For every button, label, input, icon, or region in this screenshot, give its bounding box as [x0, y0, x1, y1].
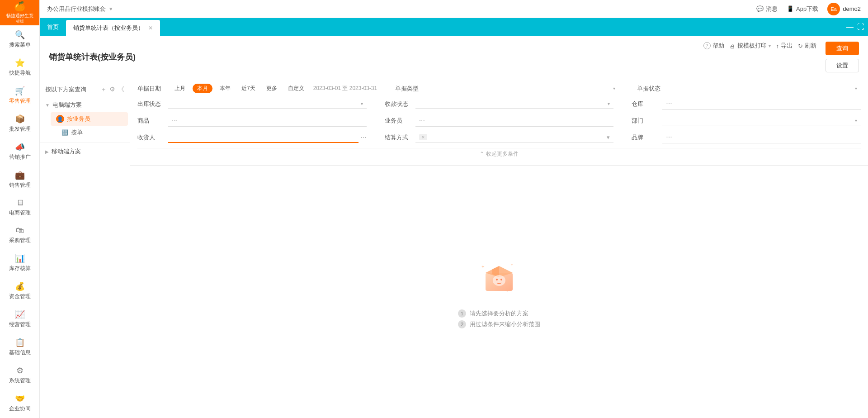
gear-scheme-icon[interactable]: ⚙ [109, 86, 115, 94]
inventory-icon: 📊 [2, 253, 38, 263]
tree-mobile-arrow-icon: ▶ [45, 149, 49, 154]
sidebar-item-operations[interactable]: 📈 经营管理 [0, 305, 40, 333]
sidebar-item-sales[interactable]: 💼 销售管理 [0, 166, 40, 194]
step1-num: 1 [458, 309, 466, 318]
svg-point-4 [496, 279, 498, 280]
receiver-input[interactable] [168, 132, 359, 143]
goods-field[interactable]: ··· [168, 114, 367, 127]
tab-home-label: 首页 [47, 23, 59, 31]
settlement-field: × ▾ [415, 132, 614, 143]
tab-close-icon[interactable]: ✕ [148, 25, 153, 31]
tree-item-by-salesperson[interactable]: 👤 按业务员 [51, 112, 128, 126]
tree-desktop-label[interactable]: ▼ 电脑端方案 [40, 98, 130, 112]
filter-area: 单据日期 上月 本月 本年 近7天 更多 自定义 2023-03-01 至 20… [130, 78, 868, 166]
sidebar-item-inventory[interactable]: 📊 库存核算 [0, 249, 40, 277]
app-download-action[interactable]: 📱 App下载 [787, 5, 818, 13]
brand-dots: ··· [666, 133, 672, 141]
type-select[interactable]: ▾ [426, 84, 619, 93]
account-label: 办公用品行业模拟账套 [47, 5, 106, 13]
date-btn-more[interactable]: 更多 [263, 84, 281, 93]
tab-minimize-btn[interactable]: — [846, 23, 854, 31]
brand-field[interactable]: ··· [662, 131, 861, 143]
user-info[interactable]: Ea demo2 [827, 3, 861, 15]
sidebar-item-label: 快捷导航 [2, 69, 38, 77]
page-title: 销货单统计表(按业务员) [49, 52, 136, 62]
tree-item-by-order[interactable]: 🔢 按单 [49, 126, 130, 139]
warehouse-label: 仓库 [632, 100, 659, 108]
sidebar-item-purchase[interactable]: 🛍 采购管理 [0, 221, 40, 249]
username-label: demo2 [843, 5, 861, 12]
account-dropdown-arrow[interactable]: ▾ [109, 5, 113, 12]
filter-dept: 部门 ▾ [632, 116, 861, 125]
date-btn-custom[interactable]: 自定义 [284, 84, 308, 93]
retail-icon: 🛒 [2, 86, 38, 96]
collapse-panel-icon[interactable]: 《 [118, 86, 124, 94]
dept-select[interactable]: ▾ [662, 116, 861, 125]
sidebar-item-finance[interactable]: 💰 资金管理 [0, 277, 40, 305]
refresh-action[interactable]: ↻ 刷新 [798, 42, 816, 50]
sidebar-item-system[interactable]: ⚙ 系统管理 [0, 361, 40, 389]
avatar-text: Ea [831, 6, 837, 12]
add-scheme-icon[interactable]: ＋ [100, 86, 107, 94]
status-select[interactable]: ▾ [668, 84, 861, 93]
print-dropdown-arrow[interactable]: ▾ [769, 43, 771, 48]
filter-settlement: 结算方式 × ▾ [385, 132, 614, 143]
tab-maximize-btn[interactable]: ⛶ [857, 23, 864, 31]
tab-home[interactable]: 首页 [40, 18, 66, 36]
message-action[interactable]: 💬 消息 [756, 5, 778, 13]
empty-illustration: ✦ ✦ ✦ [476, 252, 522, 298]
warehouse-field[interactable]: ··· [662, 98, 861, 110]
filter-row-2: 出库状态 ▾ 收款状态 ▾ [137, 98, 861, 110]
settlement-tag-close[interactable]: × [422, 134, 425, 140]
date-btn-this-year[interactable]: 本年 [216, 84, 234, 93]
sidebar-item-ecommerce[interactable]: 🖥 电商管理 [0, 194, 40, 221]
settings-button[interactable]: 设置 [826, 59, 859, 72]
panel-header: 按以下方案查询 ＋ ⚙ 《 [40, 83, 130, 96]
print-action[interactable]: 🖨 按模板打印 ▾ [730, 42, 771, 50]
enterprise-icon: 🤝 [2, 394, 38, 404]
main-area: 办公用品行业模拟账套 ▾ 💬 消息 📱 App下载 Ea demo2 首页 [40, 0, 868, 418]
date-btn-7days[interactable]: 近7天 [238, 84, 259, 93]
page-header: 销货单统计表(按业务员) ? 帮助 🖨 按模板打印 ▾ ↑ 导出 [40, 36, 868, 78]
marketing-icon: 📣 [2, 142, 38, 152]
sidebar-item-enterprise[interactable]: 🤝 企业协同 [0, 389, 40, 417]
help-label: 帮助 [712, 42, 724, 50]
out-status-dropdown-arrow: ▾ [361, 101, 363, 106]
pay-status-label: 收款状态 [385, 100, 412, 108]
logo-icon: 🍊 [14, 1, 25, 12]
tree-item-salesperson-label: 按业务员 [67, 115, 90, 123]
tab-sales-stat[interactable]: 销货单统计表（按业务员） ✕ [66, 20, 160, 36]
tree-mobile-section: ▶ 移动端方案 [40, 142, 130, 158]
filter-type: 单据类型 ▾ [395, 84, 619, 93]
salesperson-field[interactable]: ··· [415, 114, 614, 127]
tree-mobile-label[interactable]: ▶ 移动端方案 [40, 145, 130, 158]
page-content: 销货单统计表(按业务员) ? 帮助 🖨 按模板打印 ▾ ↑ 导出 [40, 36, 868, 418]
sidebar-item-label: 库存核算 [2, 265, 38, 272]
help-action[interactable]: ? 帮助 [703, 42, 724, 50]
query-button[interactable]: 查询 [826, 42, 859, 55]
receiver-dots[interactable]: ··· [360, 133, 366, 142]
sidebar-item-label: 批发管理 [2, 125, 38, 133]
filter-pay-status: 收款状态 ▾ [385, 100, 614, 109]
date-btn-prev-month[interactable]: 上月 [171, 84, 189, 93]
warehouse-dots: ··· [666, 100, 672, 108]
settlement-dropdown-arrow[interactable]: ▾ [607, 134, 610, 141]
avatar: Ea [827, 3, 840, 15]
sidebar-item-quicknav[interactable]: ⭐ 快捷导航 [0, 53, 40, 81]
sidebar-item-basic[interactable]: 📋 基础信息 [0, 333, 40, 361]
sidebar-item-marketing[interactable]: 📣 营销推广 [0, 138, 40, 166]
export-label: 导出 [781, 42, 793, 50]
app-download-label: App下载 [796, 5, 818, 13]
sidebar-item-wholesale[interactable]: 📦 批发管理 [0, 109, 40, 138]
print-label: 按模板打印 [737, 42, 767, 50]
pay-status-select[interactable]: ▾ [415, 100, 614, 109]
out-status-select[interactable]: ▾ [168, 100, 367, 109]
sidebar-item-label: 企业协同 [2, 405, 38, 413]
export-action[interactable]: ↑ 导出 [776, 42, 793, 50]
svg-point-5 [500, 279, 502, 280]
sidebar-item-retail[interactable]: 🛒 零售管理 [0, 81, 40, 109]
tree-desktop-text: 电脑端方案 [52, 101, 82, 109]
sidebar-item-search[interactable]: 🔍 搜索菜单 [0, 25, 40, 53]
collapse-bar[interactable]: ⌃ 收起更多条件 [137, 148, 861, 160]
date-btn-this-month[interactable]: 本月 [193, 84, 212, 93]
